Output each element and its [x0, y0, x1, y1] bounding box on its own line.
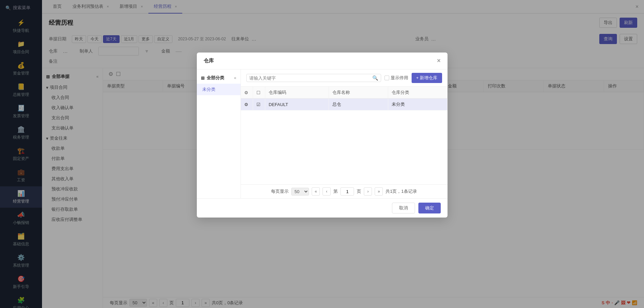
collapse-modal-left-icon[interactable]: « [234, 76, 236, 80]
modal-search-icon: 🔍 [372, 75, 378, 81]
modal-col-code: 仓库编码 [265, 87, 329, 99]
modal-category-unclassified[interactable]: 未分类 [197, 84, 241, 95]
cancel-button[interactable]: 取消 [392, 203, 415, 213]
modal-left-header[interactable]: ⊞ 全部分类 « [197, 72, 241, 84]
modal-table-header: ⚙ ☐ 仓库编码 仓库名称 仓库分类 [241, 87, 448, 99]
modal-search-box[interactable]: 🔍 [246, 74, 381, 82]
confirm-button[interactable]: 确定 [418, 203, 441, 213]
modal-col-category: 仓库分类 [388, 87, 447, 99]
modal-page-next[interactable]: › [364, 187, 372, 196]
modal-page-input[interactable] [340, 187, 354, 196]
add-warehouse-button[interactable]: + 新增仓库 [412, 73, 442, 83]
modal-footer-table: 每页显示 50 100 « ‹ 第 页 › » 共1页，1条记录 [241, 184, 448, 198]
warehouse-modal: 仓库 × ⊞ 全部分类 « 未分类 🔍 显示停用 [197, 53, 448, 218]
modal-col-name: 仓库名称 [329, 87, 388, 99]
modal-per-page-label: 每页显示 [271, 188, 289, 194]
modal-actions: 取消 确定 [197, 198, 448, 218]
modal-table: ⚙ ☐ 仓库编码 仓库名称 仓库分类 ⚙ ☑ DEFAULT 总仓 [241, 87, 448, 110]
modal-page-first[interactable]: « [312, 187, 320, 196]
modal-right-panel: 🔍 显示停用 + 新增仓库 ⚙ ☐ 仓库编码 仓库名称 [241, 69, 448, 198]
show-disabled-checkbox[interactable] [385, 76, 389, 80]
modal-search-input[interactable] [249, 76, 371, 81]
row-code: DEFAULT [265, 99, 329, 110]
modal-table-row[interactable]: ⚙ ☑ DEFAULT 总仓 未分类 [241, 99, 448, 110]
row-checkbox[interactable]: ☑ [253, 99, 265, 110]
modal-per-page-select[interactable]: 50 100 [291, 188, 309, 196]
modal-body: ⊞ 全部分类 « 未分类 🔍 显示停用 + 新增仓库 [197, 69, 448, 198]
show-disabled-label: 显示停用 [391, 75, 408, 81]
grid-modal-icon: ⊞ [201, 76, 205, 81]
modal-left-panel: ⊞ 全部分类 « 未分类 [197, 69, 241, 198]
modal-title: 仓库 [204, 58, 214, 64]
modal-header: 仓库 × [197, 53, 448, 69]
modal-total: 共1页，1条记录 [386, 188, 417, 194]
modal-col-gear: ⚙ [241, 87, 253, 99]
modal-page-prev[interactable]: ‹ [323, 187, 331, 196]
all-category-label: 全部分类 [207, 75, 224, 81]
row-category: 未分类 [388, 99, 447, 110]
show-disabled-toggle[interactable]: 显示停用 [385, 75, 408, 81]
row-name: 总仓 [329, 99, 388, 110]
row-gear[interactable]: ⚙ [241, 99, 253, 110]
modal-page-label: 页 [357, 188, 361, 194]
modal-col-checkbox: ☐ [253, 87, 265, 99]
modal-toolbar: 🔍 显示停用 + 新增仓库 [241, 69, 448, 87]
modal-close-button[interactable]: × [437, 57, 441, 64]
modal-page-info: 第 [333, 188, 338, 194]
modal-page-last[interactable]: » [375, 187, 383, 196]
modal-table-wrapper: ⚙ ☐ 仓库编码 仓库名称 仓库分类 ⚙ ☑ DEFAULT 总仓 [241, 87, 448, 184]
